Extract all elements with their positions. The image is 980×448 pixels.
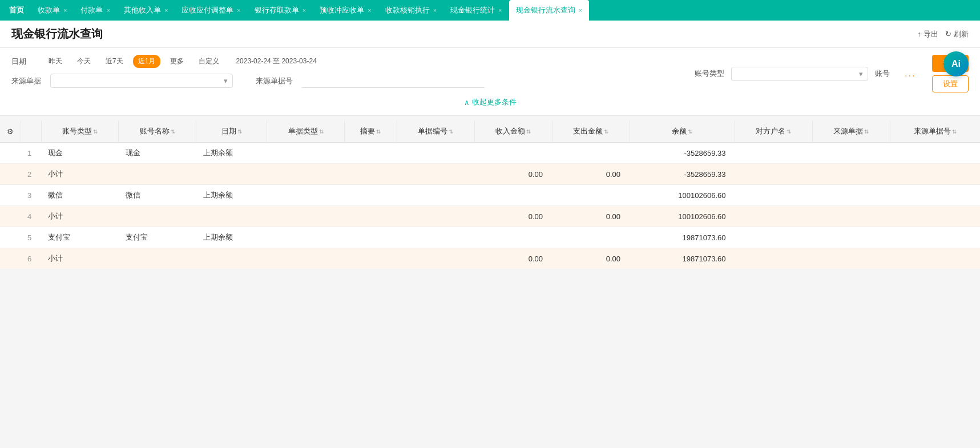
col-counterparty[interactable]: 对方户名⇅ <box>735 120 812 143</box>
nav-cash-bank-stat-close[interactable]: × <box>498 0 502 21</box>
source-doc-dropdown-icon: ▾ <box>224 76 228 85</box>
export-icon: ↑ <box>918 30 922 38</box>
col-row-num <box>21 120 41 143</box>
balance-cell: 19871073.60 <box>630 248 735 269</box>
balance-cell: 100102606.60 <box>630 185 735 206</box>
table-row: 6小计0.000.0019871073.60 <box>0 248 980 269</box>
nav-receipt-verify-close[interactable]: × <box>433 0 437 21</box>
page-header: 现金银行流水查询 ↑ 导出 ↻ 刷新 <box>0 21 980 48</box>
account-name-cell <box>119 248 196 269</box>
header-actions: ↑ 导出 ↻ 刷新 <box>918 29 969 39</box>
doc-num-cell <box>397 185 474 206</box>
col-source-doc[interactable]: 来源单据⇅ <box>812 120 890 143</box>
nav-item-bank-deposit[interactable]: 银行存取款单 × <box>248 0 313 21</box>
date-btn-today[interactable]: 今天 <box>72 55 96 68</box>
col-account-name[interactable]: 账号名称⇅ <box>119 120 196 143</box>
source-doc-num-label: 来源单据号 <box>256 76 293 86</box>
nav-item-payment[interactable]: 付款单 × <box>74 0 116 21</box>
row-gear-cell <box>0 248 21 269</box>
account-name-cell <box>119 206 196 227</box>
balance-cell: -3528659.33 <box>630 143 735 164</box>
doc-num-cell <box>397 164 474 185</box>
nav-item-cash-bank-flow[interactable]: 现金银行流水查询 × <box>509 0 589 21</box>
table-header-row: ⚙ 账号类型⇅ 账号名称⇅ 日期⇅ 单据类型⇅ 摘要⇅ 单据编号⇅ 收入金额⇅ … <box>0 120 980 143</box>
col-summary[interactable]: 摘要⇅ <box>345 120 397 143</box>
account-type-label: 账号类型 <box>695 68 724 79</box>
date-btn-1month[interactable]: 近1月 <box>133 55 161 68</box>
expense-cell <box>552 227 630 248</box>
date-cell: 上期余额 <box>196 227 267 248</box>
doc-type-cell <box>267 143 345 164</box>
refresh-icon: ↻ <box>945 30 951 38</box>
income-cell <box>474 185 552 206</box>
col-account-type[interactable]: 账号类型⇅ <box>41 120 119 143</box>
source-doc-num-cell <box>890 248 980 269</box>
summary-cell <box>345 164 397 185</box>
account-type-cell: 小计 <box>41 248 119 269</box>
nav-item-ap-adjust[interactable]: 应收应付调整单 × <box>175 0 247 21</box>
source-doc-label: 来源单据 <box>11 76 41 86</box>
data-table: ⚙ 账号类型⇅ 账号名称⇅ 日期⇅ 单据类型⇅ 摘要⇅ 单据编号⇅ 收入金额⇅ … <box>0 120 980 269</box>
date-range-display: 2023-02-24 至 2023-03-24 <box>236 56 316 66</box>
nav-item-home[interactable]: 首页 <box>2 0 31 21</box>
nav-advance-offset-close[interactable]: × <box>368 0 371 21</box>
col-balance[interactable]: 余额⇅ <box>630 120 735 143</box>
col-expense[interactable]: 支出金额⇅ <box>552 120 630 143</box>
income-cell: 0.00 <box>474 206 552 227</box>
export-button[interactable]: ↑ 导出 <box>918 29 939 39</box>
nav-item-receipt[interactable]: 收款单 × <box>31 0 74 21</box>
nav-cash-bank-flow-close[interactable]: × <box>579 0 582 21</box>
source-doc-num-input[interactable] <box>302 74 485 88</box>
account-type-select[interactable]: ▾ <box>731 67 868 81</box>
counterparty-cell <box>735 185 812 206</box>
refresh-label: 刷新 <box>954 29 969 39</box>
income-cell <box>474 227 552 248</box>
nav-cash-bank-stat-label: 现金银行统计 <box>450 0 495 21</box>
settings-button[interactable]: 设置 <box>932 75 969 92</box>
date-cell <box>196 164 267 185</box>
date-btn-yesterday[interactable]: 昨天 <box>43 55 67 68</box>
nav-receipt-verify-label: 收款核销执行 <box>385 0 430 21</box>
row-num-cell: 6 <box>21 248 41 269</box>
nav-bank-deposit-label: 银行存取款单 <box>255 0 299 21</box>
source-doc-select[interactable]: ▾ <box>50 74 233 88</box>
nav-item-receipt-verify[interactable]: 收款核销执行 × <box>378 0 443 21</box>
table-row: 2小计0.000.00-3528659.33 <box>0 164 980 185</box>
table-row: 3微信微信上期余额100102606.60 <box>0 185 980 206</box>
collapse-bar[interactable]: ∧ 收起更多条件 <box>11 94 969 108</box>
nav-item-other-income[interactable]: 其他收入单 × <box>117 0 175 21</box>
col-source-doc-num[interactable]: 来源单据号⇅ <box>890 120 980 143</box>
income-cell: 0.00 <box>474 248 552 269</box>
top-nav: 首页 收款单 × 付款单 × 其他收入单 × 应收应付调整单 × 银行存取款单 … <box>0 0 980 21</box>
row-gear-cell <box>0 227 21 248</box>
account-dots-button[interactable]: ... <box>905 68 916 79</box>
nav-other-income-close[interactable]: × <box>164 0 168 21</box>
nav-receipt-close[interactable]: × <box>63 0 67 21</box>
account-label: 账号 <box>875 68 898 79</box>
ai-button[interactable]: Ai <box>943 51 969 76</box>
account-name-cell <box>119 164 196 185</box>
refresh-button[interactable]: ↻ 刷新 <box>945 29 969 39</box>
col-doc-type[interactable]: 单据类型⇅ <box>267 120 345 143</box>
nav-item-cash-bank-stat[interactable]: 现金银行统计 × <box>443 0 509 21</box>
date-btn-7days[interactable]: 近7天 <box>100 55 128 68</box>
nav-ap-adjust-label: 应收应付调整单 <box>182 0 233 21</box>
row-num-cell: 4 <box>21 206 41 227</box>
nav-item-advance-offset[interactable]: 预收冲应收单 × <box>313 0 378 21</box>
nav-bank-deposit-close[interactable]: × <box>303 0 306 21</box>
date-btn-custom[interactable]: 自定义 <box>193 55 224 68</box>
date-btn-more[interactable]: 更多 <box>165 55 189 68</box>
source-doc-cell <box>812 143 890 164</box>
col-income[interactable]: 收入金额⇅ <box>474 120 552 143</box>
expense-cell: 0.00 <box>552 164 630 185</box>
summary-cell <box>345 185 397 206</box>
nav-ap-adjust-close[interactable]: × <box>237 0 240 21</box>
col-date[interactable]: 日期⇅ <box>196 120 267 143</box>
col-gear[interactable]: ⚙ <box>0 120 21 143</box>
nav-payment-close[interactable]: × <box>106 0 110 21</box>
nav-other-income-label: 其他收入单 <box>124 0 161 21</box>
table-row: 4小计0.000.00100102606.60 <box>0 206 980 227</box>
counterparty-cell <box>735 206 812 227</box>
col-doc-num[interactable]: 单据编号⇅ <box>397 120 474 143</box>
expense-cell: 0.00 <box>552 248 630 269</box>
